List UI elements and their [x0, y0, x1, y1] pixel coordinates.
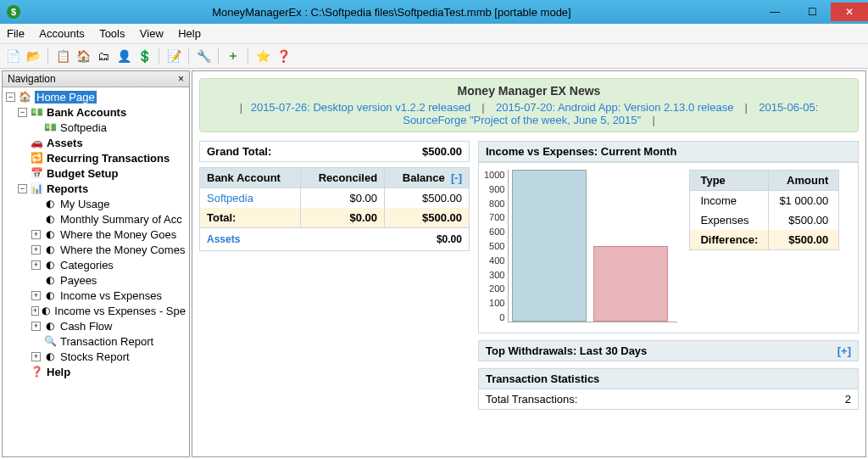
stats-header: Transaction Statistics: [478, 368, 859, 389]
content-area[interactable]: Money Manager EX News | 2015-07-26: Desk…: [192, 70, 866, 457]
bar-income: [512, 170, 587, 322]
accounts-table: Bank Account Reconciled Balance [-] Soft…: [199, 167, 470, 228]
expander-icon[interactable]: +: [31, 322, 41, 331]
new-icon[interactable]: 📄: [3, 47, 22, 65]
col-amount: Amount: [769, 171, 839, 191]
tree-icon: ◐: [43, 350, 57, 363]
stats-row: Total Transactions: 2: [478, 389, 859, 410]
currency-icon[interactable]: 💲: [135, 47, 153, 65]
y-tick: 400: [489, 255, 504, 266]
news-link-1[interactable]: 2015-07-26: Desktop version v1.2.2 relea…: [251, 101, 470, 114]
tree-item-bank-accounts[interactable]: −💵Bank Accounts: [4, 104, 187, 120]
menu-accounts[interactable]: Accounts: [39, 27, 84, 40]
navigation-tree: −🏠Home Page−💵Bank Accounts💵Softpedia🚗Ass…: [3, 87, 189, 456]
panel-close-icon[interactable]: ×: [178, 73, 184, 85]
tree-item-where-the-money-goes[interactable]: +◐Where the Money Goes: [4, 227, 187, 242]
tree-icon: ◐: [42, 304, 52, 317]
tree-item-income-vs-expenses-spe[interactable]: +◐Income vs Expenses - Spe: [4, 303, 187, 318]
navigation-panel: Navigation × −🏠Home Page−💵Bank Accounts💵…: [2, 70, 190, 457]
row-income-type: Income: [690, 191, 769, 211]
total-reconciled: $0.00: [301, 208, 385, 228]
navigation-header: Navigation ×: [3, 71, 189, 87]
tree-item-transaction-report[interactable]: 🔍Transaction Report: [4, 333, 187, 349]
tree-label: Stocks Report: [60, 350, 130, 363]
news-title: Money Manager EX News: [209, 84, 849, 98]
tree-item-softpedia[interactable]: 💵Softpedia: [4, 120, 187, 135]
menu-file[interactable]: File: [7, 27, 25, 40]
categories-icon[interactable]: 🗂: [94, 47, 113, 65]
stats-title: Transaction Statistics: [486, 372, 599, 385]
tree-item-assets[interactable]: 🚗Assets: [4, 135, 187, 150]
expander-icon[interactable]: −: [6, 92, 15, 102]
minimize-button[interactable]: —: [756, 3, 793, 21]
home-icon[interactable]: 🏠: [74, 47, 92, 65]
withdrawals-toggle[interactable]: [+]: [837, 344, 851, 357]
expander-icon[interactable]: +: [31, 230, 41, 239]
assets-link[interactable]: Assets: [207, 233, 240, 245]
tree-item-stocks-report[interactable]: +◐Stocks Report: [4, 349, 187, 364]
expander-icon[interactable]: +: [31, 245, 41, 255]
options-icon[interactable]: 🔧: [194, 47, 213, 65]
grand-total-row: Grand Total: $500.00: [199, 141, 470, 162]
withdrawals-title: Top Withdrawals: Last 30 Days: [486, 344, 647, 357]
tree-item-home-page[interactable]: −🏠Home Page: [4, 89, 187, 104]
expander-icon[interactable]: +: [31, 352, 41, 361]
news-link-2[interactable]: 2015-07-20: Android App: Version 2.13.0 …: [496, 101, 733, 114]
tree-item-income-vs-expenses[interactable]: +◐Income vs Expenses: [4, 288, 187, 303]
expander-icon[interactable]: +: [31, 306, 39, 316]
expander-icon: [31, 199, 41, 209]
table-row: Expenses $500.00: [690, 210, 839, 230]
tree-item-monthly-summary-of-acc[interactable]: ◐Monthly Summary of Acc: [4, 211, 187, 227]
balance-toggle[interactable]: [-]: [451, 171, 462, 184]
tree-label: Softpedia: [60, 121, 107, 134]
y-tick: 0: [499, 312, 504, 322]
tree-item-where-the-money-comes[interactable]: +◐Where the Money Comes: [4, 242, 187, 257]
tree-item-recurring-transactions[interactable]: 🔁Recurring Transactions: [4, 150, 187, 165]
tree-item-cash-flow[interactable]: +◐Cash Flow: [4, 318, 187, 333]
separator: [218, 48, 219, 64]
menu-view[interactable]: View: [140, 27, 164, 40]
tree-item-budget-setup[interactable]: 📅Budget Setup: [4, 165, 187, 181]
tree-label: Income vs Expenses: [60, 289, 162, 302]
y-tick: 200: [489, 283, 504, 294]
tree-label: Income vs Expenses - Spe: [54, 305, 186, 317]
title-bar: $ MoneyManagerEx : C:\Softpedia files\So…: [0, 0, 868, 24]
maximize-button[interactable]: ☐: [793, 3, 831, 21]
tree-item-my-usage[interactable]: ◐My Usage: [4, 196, 187, 211]
filter-icon[interactable]: 📝: [164, 47, 183, 65]
tree-item-help[interactable]: ❓Help: [4, 364, 187, 379]
expander-icon[interactable]: +: [31, 291, 41, 300]
tree-icon: ◐: [43, 243, 57, 256]
tree-label: Monthly Summary of Acc: [60, 213, 182, 226]
expander-icon[interactable]: −: [18, 184, 27, 193]
col-account: Bank Account: [200, 168, 301, 188]
accounts-total-row: Total: $0.00 $500.00: [200, 208, 470, 228]
chart-title: Income vs Expenses: Current Month: [486, 145, 676, 158]
toolbar: 📄 📂 📋 🏠 🗂 👤 💲 📝 🔧 ＋ ⭐ ❓: [0, 44, 868, 69]
income-expenses-chart: 10009008007006005004003002001000: [484, 170, 677, 322]
expander-icon: [31, 215, 41, 224]
help-icon[interactable]: ❓: [274, 47, 292, 65]
payees-icon[interactable]: 👤: [114, 47, 133, 65]
expander-icon: [18, 169, 27, 178]
close-button[interactable]: ✕: [831, 3, 868, 21]
expander-icon: [31, 276, 41, 285]
star-icon[interactable]: ⭐: [253, 47, 272, 65]
expander-icon[interactable]: −: [18, 108, 27, 117]
tree-label: Budget Setup: [47, 167, 119, 180]
tree-label: Assets: [47, 137, 83, 149]
add-icon[interactable]: ＋: [224, 47, 242, 65]
menu-tools[interactable]: Tools: [99, 27, 125, 40]
total-label: Total:: [200, 208, 301, 228]
expander-icon[interactable]: +: [31, 260, 41, 270]
tree-item-reports[interactable]: −📊Reports: [4, 181, 187, 196]
account-link-softpedia[interactable]: Softpedia: [207, 192, 253, 204]
account-icon[interactable]: 📋: [53, 47, 72, 65]
tree-label: Where the Money Comes: [60, 243, 185, 256]
tree-item-payees[interactable]: ◐Payees: [4, 272, 187, 288]
window-title: MoneyManagerEx : C:\Softpedia files\Soft…: [27, 6, 756, 19]
tree-icon: ◐: [43, 197, 57, 210]
open-icon[interactable]: 📂: [24, 47, 42, 65]
tree-item-categories[interactable]: +◐Categories: [4, 257, 187, 272]
menu-help[interactable]: Help: [178, 27, 201, 40]
